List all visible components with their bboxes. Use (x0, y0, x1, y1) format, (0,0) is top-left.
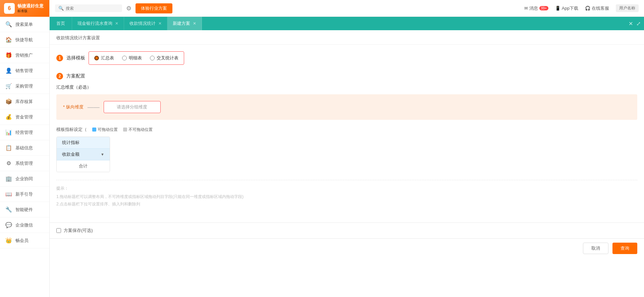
close-window-icon[interactable]: ✕ (629, 20, 633, 27)
metrics-table-header[interactable]: 统计指标 (57, 137, 110, 149)
sidebar-item-label: 企业协同 (15, 176, 33, 182)
tab-home[interactable]: 首页 (50, 17, 72, 30)
search-icon: 🔍 (5, 21, 12, 28)
template-option-cross[interactable]: 交叉统计表 (150, 55, 178, 61)
metrics-col-header[interactable]: 收款金额 ▼ (57, 149, 110, 160)
chevron-down-icon[interactable]: ▼ (101, 152, 104, 156)
tip-line-2: 2.点击标题栏下拉可设置排序、插入列和删除列 (56, 201, 637, 208)
tab-home-label: 首页 (56, 20, 65, 27)
topbar: 🔍 ⚙ 体验行业方案 ✉ 消息 99+ 📱 App下载 🎧 在线客服 用户名称 (50, 0, 644, 17)
tab-bank-flow-close[interactable]: ✕ (115, 21, 118, 26)
user-info[interactable]: 用户名称 (616, 4, 639, 12)
save-plan-label: 方案保存(可选) (64, 228, 93, 234)
sidebar-item-hardware[interactable]: 🔧 智能硬件 (0, 202, 49, 217)
page-body: 1 选择模板 汇总表 明细表 交叉统计表 (50, 45, 644, 222)
chart-icon: 📊 (5, 129, 12, 136)
tab-bank-flow-label: 现金银行流水查询 (77, 20, 112, 27)
non-draggable-label: 不可拖动位置 (128, 127, 153, 133)
section2-header: 2 方案配置 (56, 73, 637, 80)
topbar-right: ✉ 消息 99+ 📱 App下载 🎧 在线客服 用户名称 (524, 4, 639, 12)
sidebar-item-wechat[interactable]: 💬 企业微信 (0, 217, 49, 233)
sidebar-item-guide[interactable]: 📖 新手引导 (0, 187, 49, 202)
template-label-summary: 汇总表 (101, 55, 114, 61)
sidebar-item-label: 经营管理 (15, 130, 33, 136)
money-icon: 💰 (5, 114, 12, 120)
logo-text: 畅捷通好生意 (17, 3, 44, 9)
sidebar-item-member[interactable]: 👑 畅会员 (0, 233, 49, 248)
template-radio-detail[interactable] (122, 56, 127, 60)
sidebar-item-system[interactable]: ⚙ 系统管理 (0, 156, 49, 171)
tab-collection-stat[interactable]: 收款情况统计 ✕ (124, 17, 167, 30)
tabbar-actions: ✕ ⤢ (629, 17, 644, 30)
query-button[interactable]: 查询 (612, 243, 637, 254)
building-icon: 🏢 (5, 176, 12, 182)
dimension-placeholder: 请选择分组维度 (117, 104, 147, 109)
crown-icon: 👑 (5, 237, 12, 244)
topbar-search-box[interactable]: 🔍 (55, 4, 122, 12)
tabbar: 首页 现金银行流水查询 ✕ 收款情况统计 ✕ 新建方案 ✕ ✕ ⤢ (50, 17, 644, 30)
dimension-section-title: 汇总维度（必选） (56, 84, 637, 90)
notification-btn[interactable]: ✉ 消息 99+ (524, 5, 548, 11)
tab-collection-stat-close[interactable]: ✕ (158, 21, 162, 26)
section-template: 1 选择模板 汇总表 明细表 交叉统计表 (56, 51, 637, 65)
sidebar-item-purchase[interactable]: 🛒 采购管理 (0, 79, 49, 94)
maximize-icon[interactable]: ⤢ (636, 20, 641, 27)
page-title: 收款情况统计方案设置 (56, 35, 100, 40)
user-icon: 👤 (5, 67, 12, 74)
settings-icon[interactable]: ⚙ (126, 5, 131, 12)
search-input[interactable] (66, 6, 116, 11)
save-plan-checkbox[interactable] (56, 228, 61, 233)
tab-new-plan-close[interactable]: ✕ (193, 21, 196, 26)
sidebar-item-enterprise[interactable]: 🏢 企业协同 (0, 171, 49, 187)
draggable-label: 可拖动位置 (98, 127, 118, 133)
tab-bank-flow[interactable]: 现金银行流水查询 ✕ (72, 17, 124, 30)
section2-title: 方案配置 (66, 73, 85, 79)
gift-icon: 🎁 (5, 52, 12, 58)
metrics-row-total: 合计 (57, 160, 110, 172)
sidebar-item-sales[interactable]: 👤 销售管理 (0, 63, 49, 79)
book-icon: 📖 (5, 191, 12, 197)
sidebar-item-label: 库存核算 (15, 99, 33, 105)
metrics-group-title: 统计指标 (62, 140, 79, 146)
tab-new-plan[interactable]: 新建方案 ✕ (167, 17, 202, 30)
logo-icon: 6 (4, 3, 15, 14)
dimension-row: * 纵向维度 —— 请选择分组维度 (63, 101, 631, 113)
chat-icon: 💬 (5, 222, 12, 228)
notification-badge: 99+ (539, 6, 548, 10)
arrow-icon: —— (88, 104, 100, 111)
metrics-row-label: 合计 (79, 163, 88, 168)
sidebar-item-label: 智能硬件 (15, 207, 33, 213)
app-download-btn[interactable]: 📱 App下载 (555, 5, 578, 11)
sidebar-item-search-menu[interactable]: 🔍 搜索菜单 (0, 17, 49, 32)
sidebar-item-marketing[interactable]: 🎁 营销推广 (0, 48, 49, 63)
template-label-cross: 交叉统计表 (157, 55, 178, 61)
draggable-dot-blue (92, 128, 96, 132)
template-select-box: 汇总表 明细表 交叉统计表 (89, 51, 184, 65)
sidebar-item-label: 快捷导航 (15, 37, 33, 43)
home-icon: 🏠 (5, 37, 12, 43)
cancel-button[interactable]: 取消 (583, 243, 608, 254)
dimension-select-box[interactable]: 请选择分组维度 (104, 101, 161, 113)
sidebar-item-quick-nav[interactable]: 🏠 快捷导航 (0, 32, 49, 48)
sidebar-item-label: 营销推广 (15, 52, 33, 58)
section1-title: 选择模板 (66, 55, 85, 61)
template-radio-summary[interactable] (94, 56, 99, 60)
sidebar-item-label: 畅会员 (15, 238, 29, 244)
metrics-table: 统计指标 收款金额 ▼ 合计 (56, 137, 110, 172)
tip-line-1: 1.拖动标题栏可以调整布局，不可跨维度或指标区域拖动列目字段(只能在同一维度或指… (56, 193, 637, 201)
download-label: App下载 (562, 5, 578, 11)
logo-version: 标准版 (17, 9, 44, 13)
sidebar-item-operation[interactable]: 📊 经营管理 (0, 125, 49, 140)
trial-button[interactable]: 体验行业方案 (136, 3, 172, 13)
sidebar-item-basic-info[interactable]: 📋 基础信息 (0, 140, 49, 156)
search-icon: 🔍 (58, 6, 64, 11)
section2-num: 2 (56, 73, 63, 80)
online-service-btn[interactable]: 🎧 在线客服 (585, 5, 609, 11)
template-option-detail[interactable]: 明细表 (122, 55, 142, 61)
section1-header: 1 选择模板 汇总表 明细表 交叉统计表 (56, 51, 637, 65)
template-option-summary[interactable]: 汇总表 (94, 55, 114, 61)
gear-icon: ⚙ (5, 160, 12, 166)
template-radio-cross[interactable] (150, 56, 155, 60)
sidebar-item-inventory[interactable]: 📦 库存核算 (0, 94, 49, 109)
sidebar-item-finance[interactable]: 💰 资金管理 (0, 109, 49, 125)
